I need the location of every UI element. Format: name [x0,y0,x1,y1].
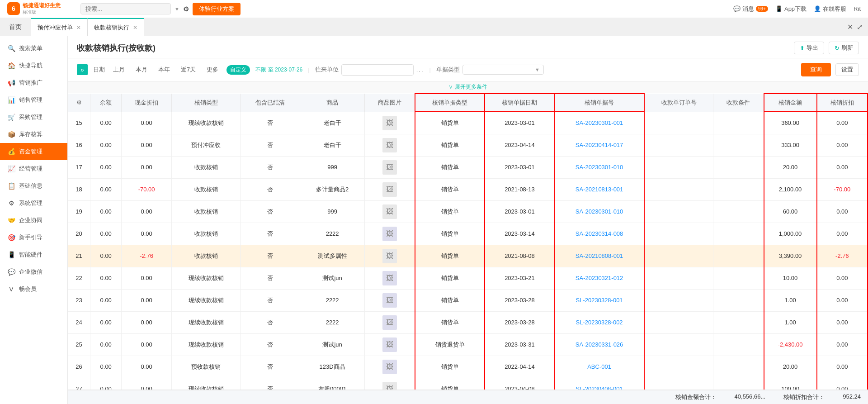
sidebar-item-enterprise[interactable]: 🤝 企业协同 [0,212,67,229]
sidebar-item-member[interactable]: V 畅会员 [0,280,67,298]
col-balance: 余额 [90,94,122,112]
user-area[interactable]: Rit [854,5,861,12]
last7-btn[interactable]: 近7天 [178,65,198,75]
gear-icon[interactable]: ⚙ [183,5,189,13]
device-icon: 📱 [7,251,15,259]
row-include-settled: 否 [241,156,300,178]
sidebar-item-basic[interactable]: 📋 基础信息 [0,177,67,195]
row-writeoff-no[interactable]: SL-20230328-001 [554,289,644,311]
top-search-input[interactable] [80,3,171,14]
row-writeoff-type: 收款核销 [171,178,240,200]
col-product: 商品 [300,94,365,112]
sidebar-item-guide[interactable]: 🎯 新手引导 [0,229,67,246]
row-writeoff-type: 收款核销 [171,200,240,223]
chart-icon: 📊 [7,96,15,104]
row-product-image: 🖼 [365,311,415,333]
row-id: 25 [68,333,90,356]
row-cash-discount: 0.00 [122,333,172,356]
product-image-placeholder: 🖼 [382,271,397,285]
row-writeoff-bill-type: 销货单 [415,311,485,333]
product-image-placeholder: 🖼 [382,204,397,219]
receipt-type-select[interactable]: ▼ [462,65,544,75]
row-balance: 0.00 [90,311,122,333]
notification-btn[interactable]: 💬 消息 99+ [733,5,768,13]
row-cash-discount: 0.00 [122,200,172,223]
sidebar-item-system[interactable]: ⚙ 系统管理 [0,195,67,212]
row-writeoff-type: 收款核销 [171,245,240,267]
tab-receipt[interactable]: 收款核销执行 ✕ [88,18,144,36]
top-center: ▼ ⚙ 体验行业方案 [80,3,728,15]
row-writeoff-no[interactable]: SA-20230301-010 [554,156,644,178]
row-id: 17 [68,156,90,178]
query-button[interactable]: 查询 [801,63,831,76]
row-writeoff-no[interactable]: SA-20230301-001 [554,112,644,134]
row-product: 老白干 [300,112,365,134]
this-month-btn[interactable]: 本月 [133,65,150,75]
tab-receipt-close[interactable]: ✕ [133,24,137,31]
sidebar-item-operation[interactable]: 📈 经营管理 [0,160,67,177]
row-writeoff-no[interactable]: SA-20210813-001 [554,178,644,200]
tab-home[interactable]: 首页 [0,18,31,36]
col-gear[interactable]: ⚙ [68,94,90,112]
sidebar-item-search[interactable]: 🔍 搜索菜单 [0,40,67,57]
export-button[interactable]: ⬆ 导出 [794,42,824,54]
app-logo: 6 [7,2,20,15]
table-row: 190.000.00收款核销否999🖼销货单2023-03-01SA-20230… [68,200,868,223]
data-table-wrapper[interactable]: ⚙ 余额 现金折扣 核销类型 包含已结清 商品 商品图片 核销单据类型 核销单据… [68,93,868,390]
sidebar-item-purchase[interactable]: 🛒 采购管理 [0,109,67,126]
app-download-btn[interactable]: 📱 App下载 [775,5,807,13]
sidebar-item-finance[interactable]: 💰 资金管理 [0,143,67,160]
expand-conditions-bar[interactable]: ∨ 展开更多条件 [68,81,868,93]
last-month-btn[interactable]: 上月 [110,65,127,75]
row-writeoff-type: 现续收款核销 [171,378,240,390]
row-balance: 0.00 [90,378,122,390]
row-cash-discount: 0.00 [122,223,172,245]
row-writeoff-no[interactable]: SA-20210808-001 [554,245,644,267]
brand-sub: 标准版 [23,9,61,15]
row-writeoff-no[interactable]: ABC-001 [554,356,644,378]
sidebar-item-marketing[interactable]: 📢 营销推广 [0,74,67,91]
row-writeoff-bill-type: 销货单 [415,178,485,200]
row-receipt-condition [713,134,764,156]
row-writeoff-bill-type: 销货单 [415,245,485,267]
product-image-placeholder: 🖼 [382,293,397,308]
custom-date-btn[interactable]: 自定义 [226,65,250,75]
row-writeoff-no[interactable]: SL-20230328-002 [554,311,644,333]
sidebar-item-wechat[interactable]: 💬 企业微信 [0,263,67,280]
online-service-btn[interactable]: 👤 在线客服 [814,5,846,13]
refresh-button[interactable]: ↻ 刷新 [829,42,859,54]
tab-prepay-close[interactable]: ✕ [76,24,81,31]
tab-prepay[interactable]: 预付冲应付单 ✕ [31,18,88,36]
sidebar-item-inventory[interactable]: 📦 库存核算 [0,126,67,143]
row-product: 测试jun [300,333,365,356]
filter-toggle-btn[interactable]: » [77,64,88,75]
row-writeoff-no[interactable]: SA-20230414-017 [554,134,644,156]
row-writeoff-no[interactable]: SA-20230301-010 [554,200,644,223]
chevron-down-icon: ▼ [175,6,179,12]
sidebar-item-quicknav[interactable]: 🏠 快捷导航 [0,57,67,74]
row-writeoff-discount: 0.00 [817,112,868,134]
solution-button[interactable]: 体验行业方案 [193,3,241,15]
sidebar-item-sales[interactable]: 📊 销售管理 [0,91,67,109]
row-id: 18 [68,178,90,200]
counterpart-input[interactable] [341,64,414,76]
this-year-btn[interactable]: 本年 [156,65,173,75]
row-product-image: 🖼 [365,112,415,134]
row-writeoff-no[interactable]: SA-20230314-008 [554,223,644,245]
setting-button[interactable]: 设置 [835,63,859,76]
row-writeoff-no[interactable]: SA-20230321-012 [554,267,644,289]
row-balance: 0.00 [90,178,122,200]
tab-expand-btn[interactable]: ⤢ [857,23,863,31]
more-date-btn[interactable]: 更多 [204,65,221,75]
row-balance: 0.00 [90,289,122,311]
row-writeoff-no[interactable]: SL-20230408-001 [554,378,644,390]
row-cash-discount: 0.00 [122,311,172,333]
bell-icon: 💬 [733,5,741,12]
row-product: 123D商品 [300,356,365,378]
tab-close-all-btn[interactable]: ✕ [847,23,853,31]
row-cash-discount: 0.00 [122,156,172,178]
row-receipt-order-no [644,156,713,178]
col-writeoff-no: 核销单据号 [554,94,644,112]
sidebar-item-hardware[interactable]: 📱 智能硬件 [0,246,67,263]
row-writeoff-no[interactable]: SA-20230331-026 [554,333,644,356]
